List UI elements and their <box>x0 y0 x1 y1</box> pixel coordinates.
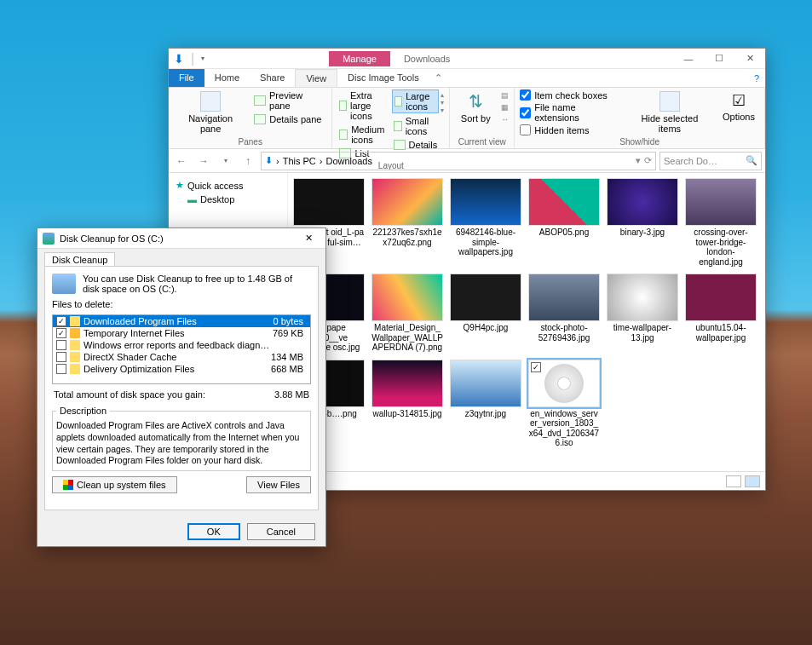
tab-disc-image-tools[interactable]: Disc Image Tools <box>337 69 429 87</box>
tab-home[interactable]: Home <box>204 69 250 87</box>
hide-selected-icon <box>659 91 680 112</box>
details-pane-button[interactable]: Details pane <box>252 113 326 125</box>
file-item[interactable]: ABOP05.png <box>528 178 600 267</box>
file-ext-input[interactable] <box>520 107 531 118</box>
view-thumbnails-button[interactable] <box>745 475 760 487</box>
nav-back-button[interactable]: ← <box>172 152 191 170</box>
add-columns-icon[interactable]: ▦ <box>501 103 509 112</box>
file-item[interactable]: Material_Design_Wallpaper_WALLPAPERDNA (… <box>371 274 443 353</box>
options-label: Options <box>723 112 755 122</box>
file-label: 69482146-blue-simple-wallpapers.jpg <box>450 227 521 257</box>
cleanup-file-row[interactable]: Windows error reports and feedback diagn… <box>53 339 310 351</box>
file-item[interactable]: binary-3.jpg <box>607 178 678 267</box>
nav-recent-button[interactable]: ▾ <box>216 152 235 170</box>
layout-scroll-down-icon[interactable]: ▾ <box>441 99 444 107</box>
thumbnail-image <box>371 274 443 321</box>
dialog-close-button[interactable]: ✕ <box>297 233 320 244</box>
maximize-button[interactable]: ☐ <box>704 49 734 69</box>
cleanup-file-row[interactable]: ✓Downloaded Program Files0 bytes <box>53 315 310 327</box>
close-button[interactable]: ✕ <box>734 49 765 69</box>
file-item[interactable]: stock-photo-52769436.jpg <box>528 274 600 353</box>
hidden-items-checkbox[interactable]: Hidden items <box>520 124 621 135</box>
cleanup-file-row[interactable]: DirectX Shader Cache134 MB <box>53 351 310 363</box>
layout-large[interactable]: Large icons <box>392 89 440 113</box>
breadcrumb-downloads[interactable]: Downloads <box>325 156 371 166</box>
clean-up-system-files-button[interactable]: Clean up system files <box>52 476 177 493</box>
file-name-extensions-checkbox[interactable]: File name extensions <box>520 102 621 123</box>
file-item[interactable]: z3qytnr.jpg <box>450 360 521 448</box>
file-item-selected[interactable]: ✓en_windows_server_version_1803_x64_dvd_… <box>528 360 600 448</box>
files-to-delete-list[interactable]: ✓Downloaded Program Files0 bytes✓Tempora… <box>52 314 311 384</box>
breadcrumb-sep: › <box>320 156 323 166</box>
layout-medium[interactable]: Medium icons <box>337 124 389 146</box>
file-item[interactable]: crossing-over-tower-bridge-london-englan… <box>685 178 757 267</box>
layout-scroll-up-icon[interactable]: ▴ <box>441 91 444 99</box>
tab-file[interactable]: File <box>169 69 204 87</box>
cleanup-file-row[interactable]: ✓Temporary Internet Files769 KB <box>53 327 310 339</box>
address-dropdown-icon[interactable]: ▾ <box>636 155 641 166</box>
checkbox-icon[interactable]: ✓ <box>56 328 66 338</box>
file-grid[interactable]: aterial_st oid_L-pa inimalis ful-sim…221… <box>288 173 765 471</box>
intro-text: You can use Disk Cleanup to free up to 1… <box>83 274 311 294</box>
file-item[interactable]: ubuntu15.04-wallpaper.jpg <box>685 274 757 353</box>
file-name: Temporary Internet Files <box>84 328 269 338</box>
sidebar-quick-access[interactable]: ★Quick access <box>174 178 282 193</box>
context-tab-manage[interactable]: Manage <box>329 51 390 66</box>
checkbox-icon[interactable]: ✓ <box>56 316 66 326</box>
down-arrow-icon[interactable]: ⬇ <box>174 52 184 66</box>
item-check-boxes-input[interactable] <box>520 89 531 101</box>
navigation-pane-button[interactable]: Navigation pane <box>174 89 247 135</box>
breadcrumb-this-pc[interactable]: This PC <box>283 156 316 166</box>
hidden-items-input[interactable] <box>520 124 531 135</box>
file-item[interactable]: 69482146-blue-simple-wallpapers.jpg <box>450 178 521 267</box>
checkbox-icon[interactable]: ✓ <box>531 362 541 372</box>
ok-button[interactable]: OK <box>187 523 240 540</box>
preview-pane-button[interactable]: Preview pane <box>252 89 326 112</box>
search-box[interactable]: Search Do… 🔍 <box>659 152 762 170</box>
current-view-label: Current view <box>455 135 509 148</box>
med-label: Medium icons <box>351 124 388 145</box>
folder-icon <box>70 316 80 326</box>
checkbox-icon[interactable] <box>56 364 66 374</box>
breadcrumb-bar[interactable]: ⬇ › This PC › Downloads ▾ ⟳ <box>261 152 656 170</box>
checkbox-icon[interactable] <box>56 340 66 350</box>
file-item[interactable]: Q9H4pc.jpg <box>450 274 521 353</box>
cancel-button[interactable]: Cancel <box>247 523 315 540</box>
tab-share[interactable]: Share <box>250 69 295 87</box>
thumbnail-image <box>450 178 521 226</box>
layout-small[interactable]: Small icons <box>392 115 440 137</box>
nav-up-button[interactable]: ↑ <box>239 152 257 170</box>
view-details-button[interactable] <box>726 475 741 487</box>
sort-by-button[interactable]: ⇅ Sort by <box>455 89 496 125</box>
collapse-ribbon-icon[interactable]: ⌃ <box>429 69 447 87</box>
layout-extra-large[interactable]: Extra large icons <box>337 89 389 122</box>
item-check-boxes-checkbox[interactable]: Item check boxes <box>520 89 621 101</box>
group-by-icon[interactable]: ▤ <box>501 91 509 100</box>
layout-more-icon[interactable]: ▾ <box>441 107 444 114</box>
nav-forward-button[interactable]: → <box>194 152 213 170</box>
tab-disk-cleanup[interactable]: Disk Cleanup <box>44 252 115 267</box>
thumbnail-image <box>607 178 678 226</box>
file-item[interactable]: wallup-314815.jpg <box>371 360 443 448</box>
minimize-button[interactable]: — <box>673 49 704 69</box>
titlebar[interactable]: ⬇ | ▾ Manage Downloads — ☐ ✕ <box>169 49 765 69</box>
drive-icon <box>52 274 76 294</box>
folder-icon <box>70 364 80 374</box>
checkbox-icon[interactable] <box>56 352 66 362</box>
small-icon <box>394 121 402 131</box>
options-button[interactable]: ☑ Options <box>718 89 759 124</box>
file-item[interactable]: time-wallpaper-13.jpg <box>607 274 678 353</box>
hide-selected-items-button[interactable]: Hide selected items <box>626 89 713 135</box>
qat-dropdown-icon[interactable]: ▾ <box>201 55 204 62</box>
size-columns-icon[interactable]: ↔ <box>501 115 509 124</box>
description-text: Downloaded Program Files are ActiveX con… <box>56 420 299 465</box>
help-icon[interactable]: ? <box>748 69 765 87</box>
tab-view[interactable]: View <box>295 69 337 87</box>
dialog-titlebar[interactable]: Disk Cleanup for OS (C:) ✕ <box>37 228 325 249</box>
cleanup-file-row[interactable]: Delivery Optimization Files668 MB <box>53 363 310 375</box>
sidebar-desktop[interactable]: ▬Desktop <box>174 193 282 206</box>
refresh-icon[interactable]: ⟳ <box>644 155 652 166</box>
navigation-pane-label: Navigation pane <box>177 113 244 134</box>
file-item[interactable]: 221237kes7sxh1ex72uq6z.png <box>371 178 443 267</box>
view-files-button[interactable]: View Files <box>246 476 311 493</box>
